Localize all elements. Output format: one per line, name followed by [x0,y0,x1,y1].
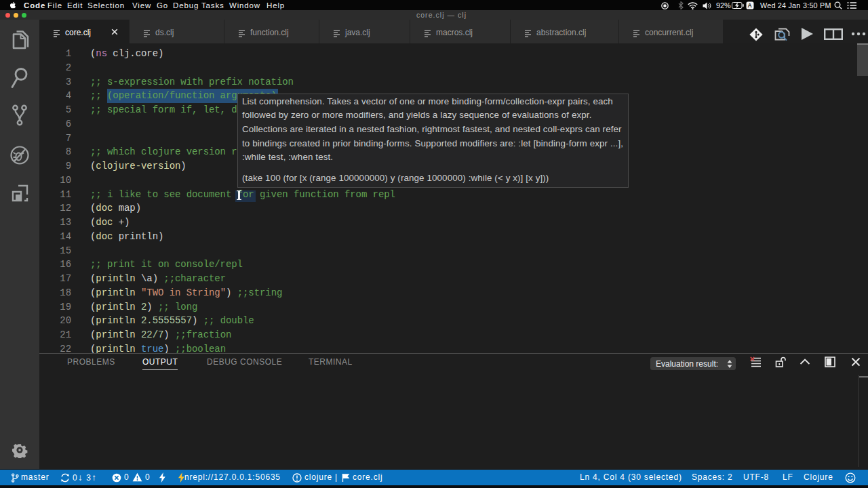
svg-text:A: A [747,2,752,9]
